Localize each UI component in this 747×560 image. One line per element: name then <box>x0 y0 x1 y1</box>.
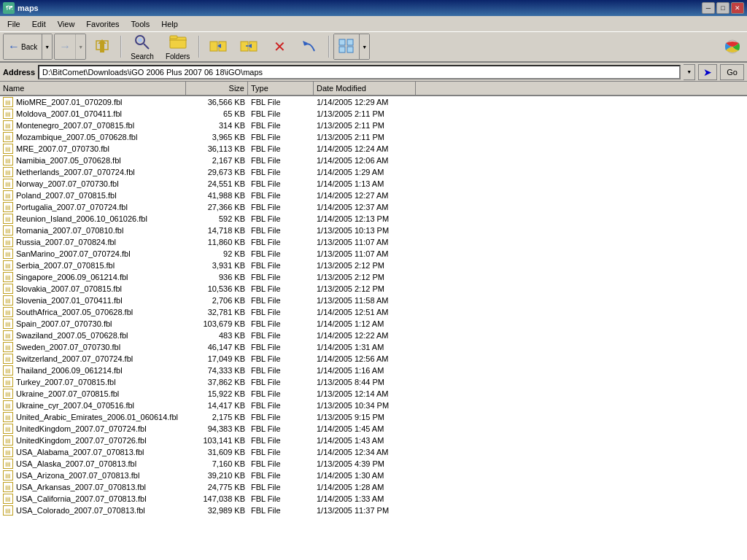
file-icon: ▤ <box>3 365 13 376</box>
table-row[interactable]: ▤ UnitedKingdom_2007.07_070726.fbl 103,1… <box>0 435 747 446</box>
table-row[interactable]: ▤ USA_Arizona_2007.07_070813.fbl 39,210 … <box>0 470 747 481</box>
table-row[interactable]: ▤ Portugalia_2007.07_070724.fbl 27,366 K… <box>0 201 747 213</box>
table-row[interactable]: ▤ Ukraine_cyr_2007.04_070516.fbl 14,417 … <box>0 400 747 411</box>
menu-edit[interactable]: Edit <box>26 16 52 31</box>
table-row[interactable]: ▤ Serbia_2007.07_070815.fbl 3,931 KB FBL… <box>0 260 747 271</box>
table-row[interactable]: ▤ Netherlands_2007.07_070724.fbl 29,673 … <box>0 166 747 178</box>
go-button[interactable]: Go <box>720 64 744 80</box>
table-row[interactable]: ▤ USA_Arkansas_2007.07_070813.fbl 24,775… <box>0 481 747 493</box>
cell-date: 1/14/2005 1:16 AM <box>314 365 416 376</box>
table-row[interactable]: ▤ Mozambique_2007.05_070628.fbl 3,965 KB… <box>0 131 747 143</box>
col-header-date[interactable]: Date Modified <box>314 82 416 95</box>
table-row[interactable]: ▤ Thailand_2006.09_061214.fbl 74,333 KB … <box>0 365 747 376</box>
back-button[interactable]: ← Back <box>4 34 42 59</box>
table-row[interactable]: ▤ Sweden_2007.07_070730.fbl 46,147 KB FB… <box>0 341 747 353</box>
address-arrow-button[interactable]: ➤ <box>698 64 717 80</box>
file-icon: ▤ <box>3 470 13 481</box>
file-name: Thailand_2006.09_061214.fbl <box>16 366 123 375</box>
views-dropdown[interactable]: ▼ <box>359 34 369 59</box>
col-header-type[interactable]: Type <box>248 82 314 95</box>
delete-button[interactable]: ✕ <box>265 34 294 60</box>
copy-button[interactable] <box>234 34 263 60</box>
table-row[interactable]: ▤ USA_Alaska_2007.07_070813.fbl 7,160 KB… <box>0 458 747 470</box>
file-name: Slovenia_2007.01_070411.fbl <box>16 296 123 305</box>
col-header-name[interactable]: Name <box>0 82 186 95</box>
views-button[interactable] <box>334 34 359 59</box>
cell-size: 74,333 KB <box>186 365 248 376</box>
table-row[interactable]: ▤ USA_California_2007.07_070813.fbl 147,… <box>0 493 747 505</box>
table-row[interactable]: ▤ USA_Colorado_2007.07_070813.fbl 32,989… <box>0 505 747 516</box>
table-row[interactable]: ▤ SouthAfrica_2007.05_070628.fbl 32,781 … <box>0 306 747 318</box>
cell-name: ▤ USA_Alabama_2007.07_070813.fbl <box>0 446 186 458</box>
table-row[interactable]: ▤ Poland_2007.07_070815.fbl 41,988 KB FB… <box>0 190 747 201</box>
cell-size: 31,609 KB <box>186 446 248 458</box>
cell-date: 1/13/2005 9:15 PM <box>314 411 416 423</box>
table-row[interactable]: ▤ Montenegro_2007.07_070815.fbl 314 KB F… <box>0 120 747 131</box>
folders-icon <box>169 34 187 52</box>
cell-date: 1/13/2005 11:07 AM <box>314 236 416 248</box>
file-icon: ▤ <box>3 237 13 247</box>
table-row[interactable]: ▤ Norway_2007.07_070730.fbl 24,551 KB FB… <box>0 178 747 190</box>
file-name: Serbia_2007.07_070815.fbl <box>16 261 115 270</box>
table-row[interactable]: ▤ Turkey_2007.07_070815.fbl 37,862 KB FB… <box>0 376 747 388</box>
cell-date: 1/14/2005 12:24 AM <box>314 143 416 155</box>
file-name: Portugalia_2007.07_070724.fbl <box>16 203 128 211</box>
maximize-button[interactable]: □ <box>716 2 729 14</box>
table-row[interactable]: ▤ MioMRE_2007.01_070209.fbl 36,566 KB FB… <box>0 96 747 108</box>
cell-name: ▤ Switzerland_2007.07_070724.fbl <box>0 353 186 365</box>
cell-size: 14,417 KB <box>186 400 248 411</box>
file-icon: ▤ <box>3 482 13 492</box>
menu-file[interactable]: File <box>1 16 26 31</box>
forward-button[interactable]: → <box>55 34 75 59</box>
folders-button[interactable]: Folders <box>160 34 195 60</box>
table-row[interactable]: ▤ UnitedKingdom_2007.07_070724.fbl 94,38… <box>0 423 747 435</box>
address-bar: Address ▼ ➤ Go <box>0 63 747 82</box>
move-button[interactable] <box>204 34 233 60</box>
table-row[interactable]: ▤ United_Arabic_Emirates_2006.01_060614.… <box>0 411 747 423</box>
table-row[interactable]: ▤ Singapore_2006.09_061214.fbl 936 KB FB… <box>0 271 747 283</box>
search-button[interactable]: Search <box>125 34 159 60</box>
menu-view[interactable]: View <box>52 16 81 31</box>
file-name: USA_Arizona_2007.07_070813.fbl <box>16 471 139 480</box>
table-row[interactable]: ▤ SanMarino_2007.07_070724.fbl 92 KB FBL… <box>0 248 747 260</box>
table-row[interactable]: ▤ Switzerland_2007.07_070724.fbl 17,049 … <box>0 353 747 365</box>
forward-dropdown[interactable]: ▼ <box>75 34 85 59</box>
table-row[interactable]: ▤ Swaziland_2007.05_070628.fbl 483 KB FB… <box>0 330 747 341</box>
file-name: Moldova_2007.01_070411.fbl <box>16 109 122 118</box>
cell-type: FBL File <box>248 178 314 190</box>
cell-size: 2,167 KB <box>186 155 248 166</box>
table-row[interactable]: ▤ Slovenia_2007.01_070411.fbl 2,706 KB F… <box>0 295 747 306</box>
table-row[interactable]: ▤ MRE_2007.07_070730.fbl 36,113 KB FBL F… <box>0 143 747 155</box>
close-button[interactable]: ✕ <box>731 2 744 14</box>
table-row[interactable]: ▤ Namibia_2007.05_070628.fbl 2,167 KB FB… <box>0 155 747 166</box>
cell-size: 37,862 KB <box>186 376 248 388</box>
table-row[interactable]: ▤ Russia_2007.07_070824.fbl 11,860 KB FB… <box>0 236 747 248</box>
menu-help[interactable]: Help <box>155 16 184 31</box>
address-dropdown[interactable]: ▼ <box>684 64 695 80</box>
cell-name: ▤ USA_Arkansas_2007.07_070813.fbl <box>0 481 186 493</box>
minimize-button[interactable]: ─ <box>702 2 715 14</box>
table-row[interactable]: ▤ Romania_2007.07_070810.fbl 14,718 KB F… <box>0 225 747 236</box>
file-icon: ▤ <box>3 424 13 434</box>
table-row[interactable]: ▤ Reunion_Island_2006.10_061026.fbl 592 … <box>0 213 747 225</box>
cell-type: FBL File <box>248 120 314 131</box>
menu-tools[interactable]: Tools <box>125 16 156 31</box>
col-header-size[interactable]: Size <box>186 82 248 95</box>
table-row[interactable]: ▤ Moldova_2007.01_070411.fbl 65 KB FBL F… <box>0 108 747 120</box>
cell-size: 14,718 KB <box>186 225 248 236</box>
file-icon: ▤ <box>3 412 13 422</box>
table-row[interactable]: ▤ Slovakia_2007.07_070815.fbl 10,536 KB … <box>0 283 747 295</box>
table-row[interactable]: ▤ Ukraine_2007.07_070815.fbl 15,922 KB F… <box>0 388 747 400</box>
up-button[interactable] <box>88 34 117 60</box>
address-input[interactable] <box>38 65 681 79</box>
table-row[interactable]: ▤ Spain_2007.07_070730.fbl 103,679 KB FB… <box>0 318 747 330</box>
back-dropdown[interactable]: ▼ <box>42 34 52 59</box>
file-icon: ▤ <box>3 447 13 457</box>
menu-favorites[interactable]: Favorites <box>80 16 125 31</box>
file-list[interactable]: ▤ MioMRE_2007.01_070209.fbl 36,566 KB FB… <box>0 96 747 560</box>
table-row[interactable]: ▤ USA_Alabama_2007.07_070813.fbl 31,609 … <box>0 446 747 458</box>
undo-button[interactable] <box>295 34 325 60</box>
forward-btn-group: → ▼ <box>54 34 86 60</box>
cell-size: 32,989 KB <box>186 505 248 516</box>
cell-size: 36,113 KB <box>186 143 248 155</box>
